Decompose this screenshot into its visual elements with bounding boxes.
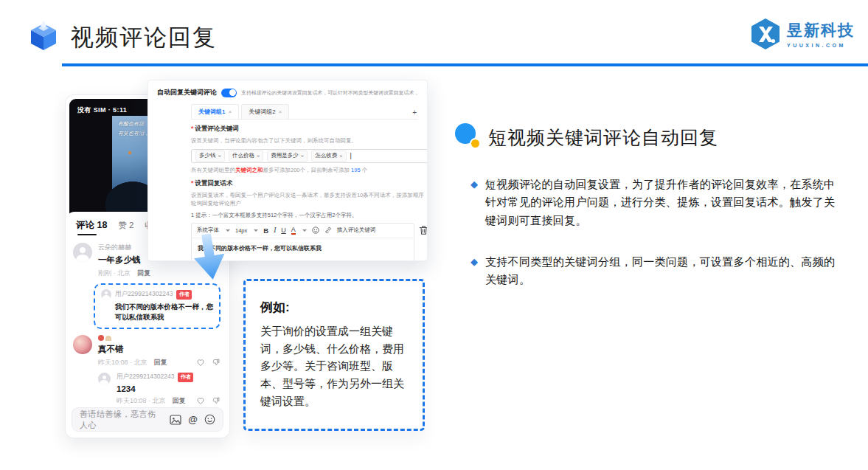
- delete-icon[interactable]: [419, 225, 428, 235]
- reply-section-desc: 设置回复话术，每回复一个用户评论只发送一条话术，最多支持设置10条不同话术，按添…: [191, 191, 428, 208]
- comment-text: 我们不同的版本价格不一样，您可以私信联系我: [115, 302, 213, 322]
- comment-meta: 昨天10:08 · 北京回复: [98, 358, 167, 367]
- highlighted-auto-reply: 用户2299214302243 作者 我们不同的版本价格不一样，您可以私信联系我: [94, 283, 221, 329]
- reply-hint: 1 提示：一个富文本框最多支持512个字符，一个汉字占用2个字符。: [191, 212, 428, 219]
- keyword-group-tabs: 关键词组1× 关键词组2× +: [191, 104, 418, 120]
- panel-subtitle: 支持根据评论的关键词设置回复话术，可以针对不同类型关键词设置回复话术，最多添加1…: [241, 89, 418, 97]
- panel-title: 自动回复关键词评论: [157, 88, 217, 97]
- avatar: [98, 373, 111, 385]
- comment-input-placeholder: 善语结善缘，恶言伤人心: [80, 409, 163, 431]
- keyword-section-desc: 设置关键词，当评论里内容包含了以下关键词，则系统可自动回复。: [191, 136, 428, 145]
- comment-meta: 刚刚 · 北京回复: [98, 269, 150, 278]
- title-underline: [62, 63, 868, 66]
- font-color-button[interactable]: A: [291, 227, 307, 235]
- brand-name: 昱新科技: [787, 20, 855, 41]
- diamond-icon: ◆: [471, 179, 478, 229]
- comment-username: 用户2299214302243: [115, 290, 173, 299]
- comment-username: 云朵的赫赫: [98, 243, 150, 252]
- brand-domain: YUUXIN.COM: [787, 43, 855, 48]
- chevron-down-icon: [302, 229, 307, 232]
- remove-tag-icon[interactable]: ×: [257, 153, 260, 159]
- reply-section-label: *设置回复话术: [191, 179, 428, 188]
- video-particle: [128, 151, 131, 154]
- comment-input[interactable]: 善语结善缘，恶言伤人心 @: [72, 407, 223, 432]
- example-title: 例如:: [260, 299, 408, 316]
- like-icon[interactable]: [196, 358, 205, 367]
- reply-link[interactable]: 回复: [173, 397, 186, 404]
- dislike-icon[interactable]: [212, 396, 221, 405]
- mention-icon[interactable]: @: [188, 414, 198, 425]
- keyword-tag: 怎么收费×: [311, 151, 346, 162]
- pointer-arrow: [187, 231, 232, 283]
- font-size-select[interactable]: 14px: [235, 227, 258, 234]
- remove-tag-icon[interactable]: ×: [301, 153, 304, 159]
- comment-text: 真不错: [98, 344, 167, 355]
- keyword-tag: 什么价格×: [229, 151, 263, 162]
- diamond-icon: ◆: [471, 256, 478, 289]
- auto-reply-settings-panel: 自动回复关键词评论 支持根据评论的关键词设置回复话术，可以针对不同类型关键词设置…: [147, 80, 428, 261]
- avatar: [101, 289, 111, 300]
- reply-link[interactable]: 回复: [137, 269, 150, 277]
- author-badge: 作者: [176, 290, 192, 300]
- emoji-icon[interactable]: [312, 227, 319, 234]
- comment-row-nested: 用户2299214302243 作者 1234 昨天10:08 · 北京回复: [98, 373, 222, 406]
- tab-comments[interactable]: 评论 18: [76, 219, 107, 235]
- text-cursor: |: [350, 152, 352, 159]
- page: 视频评论回复 昱新科技 YUUXIN.COM 没有 SIM · 5:11 有酸也…: [0, 0, 868, 470]
- section-bullet-1: ◆ 短视频评论的自动回复设置，为了提升作者的评论回复效率，在系统中针对常见的评论…: [471, 176, 836, 229]
- link-icon[interactable]: [324, 227, 332, 234]
- reply-link[interactable]: 回复: [154, 359, 167, 366]
- comment-meta: 昨天10:08 · 北京回复: [117, 396, 193, 406]
- section-bullet-icon: [455, 123, 482, 150]
- comment-username-emoji: [98, 335, 167, 342]
- italic-button[interactable]: I: [274, 227, 276, 234]
- image-icon[interactable]: [170, 415, 181, 425]
- insert-keyword-button[interactable]: 插入评论关键词: [337, 227, 376, 234]
- keyword-tag-input[interactable]: 多少钱× 什么价格× 费用是多少× 怎么收费× |: [191, 149, 428, 163]
- tab-likes[interactable]: 赞 2: [118, 220, 133, 231]
- comment-text: 1234: [117, 384, 193, 393]
- underline-button[interactable]: U: [281, 227, 286, 234]
- author-badge: 作者: [178, 373, 193, 382]
- add-group-button[interactable]: +: [412, 108, 418, 119]
- status-bar: 没有 SIM · 5:11: [77, 106, 127, 115]
- comment-username: 用户2299214302243: [117, 373, 174, 381]
- chevron-down-icon: [226, 229, 230, 232]
- brand-logo: 昱新科技 YUUXIN.COM: [750, 18, 855, 50]
- avatar[interactable]: [73, 335, 92, 354]
- section-bullet-2: ◆ 支持不同类型的关键词分组，同一类问题，可设置多个相近的、高频的关键词。: [471, 253, 836, 289]
- tab-keyword-group-2[interactable]: 关键词组2×: [241, 104, 289, 119]
- page-title: 视频评论回复: [71, 22, 217, 53]
- brand-hexagon-icon: [750, 18, 781, 50]
- section-title: 短视频关键词评论自动回复: [488, 125, 718, 150]
- dislike-icon[interactable]: [212, 358, 221, 367]
- chevron-down-icon: [254, 229, 258, 232]
- avatar[interactable]: [73, 243, 92, 262]
- auto-reply-toggle[interactable]: [221, 89, 237, 97]
- app-logo-icon: [27, 19, 60, 53]
- comment-text: 一年多少钱: [98, 255, 150, 266]
- keyword-tag: 费用是多少×: [267, 151, 308, 162]
- example-body: 关于询价的设置成一组关键词，多少钱、什么价格，费用多少等。关于咨询班型、版本、型…: [260, 322, 408, 409]
- keyword-section-label: *设置评论关键词: [191, 125, 428, 134]
- keyword-tag: 多少钱×: [195, 151, 225, 162]
- tab-keyword-group-1[interactable]: 关键词组1×: [191, 104, 239, 119]
- close-icon[interactable]: ×: [228, 108, 232, 115]
- keyword-counter: 所有关键词组里的关键词之和最多可添加200个，目前剩余可添加 195 个: [191, 167, 428, 174]
- comment-row: 真不错 昨天10:08 · 北京回复: [73, 335, 222, 367]
- remove-tag-icon[interactable]: ×: [218, 153, 221, 159]
- emoji-icon[interactable]: [204, 414, 215, 425]
- remove-tag-icon[interactable]: ×: [339, 153, 342, 159]
- example-callout: 例如: 关于询价的设置成一组关键词，多少钱、什么价格，费用多少等。关于咨询班型、…: [243, 279, 425, 431]
- bold-button[interactable]: B: [263, 227, 268, 235]
- close-icon[interactable]: ×: [279, 108, 282, 115]
- like-icon[interactable]: [196, 396, 205, 405]
